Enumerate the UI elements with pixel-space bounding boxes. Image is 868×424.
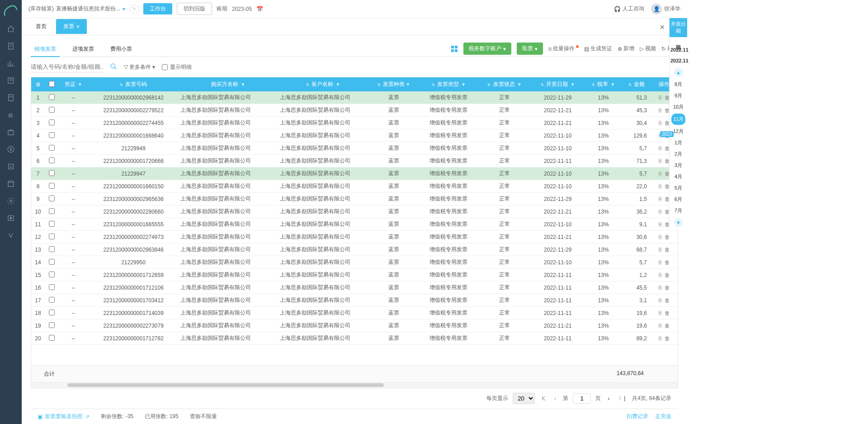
- subtab-purchase[interactable]: 进项发票: [69, 41, 98, 57]
- nav-doc-icon[interactable]: [0, 38, 22, 55]
- tab-invoice[interactable]: 发票 ×: [56, 19, 87, 34]
- prev-page-button[interactable]: ‹: [552, 395, 558, 402]
- edit-icon[interactable]: ⎘: [659, 171, 662, 177]
- edit-icon[interactable]: ⎘: [659, 247, 662, 253]
- table-row[interactable]: 8--22312000000001660150上海思多励国际贸易有限公司上海思多…: [31, 180, 678, 193]
- edit-icon[interactable]: ⎘: [659, 145, 662, 152]
- table-row[interactable]: 10--22312000000002280660上海思多励国际贸易有限公司上海思…: [31, 205, 678, 218]
- month-6月[interactable]: 6月: [670, 194, 687, 205]
- subtab-sales[interactable]: 销项发票: [31, 41, 60, 57]
- year-start[interactable]: 2022.11: [670, 44, 687, 55]
- subtab-expense[interactable]: 费用小票: [107, 41, 136, 57]
- table-row[interactable]: 19--22312000000002273079上海思多励国际贸易有限公司上海思…: [31, 319, 678, 332]
- scroll-up-icon[interactable]: ▲: [674, 68, 683, 77]
- cell-check[interactable]: [45, 294, 58, 307]
- table-row[interactable]: 16--22312000000001712106上海思多励国际贸易有限公司上海思…: [31, 281, 678, 294]
- tax-account-button[interactable]: 税务数字账户 ▾: [463, 43, 511, 55]
- filter-icon[interactable]: ▼: [610, 82, 615, 87]
- sort-icon[interactable]: ⇅: [432, 83, 435, 87]
- batch-button[interactable]: ⎚批量操作: [548, 45, 579, 52]
- cell-check[interactable]: [45, 205, 58, 218]
- table-row[interactable]: 9--22312000000002965636上海思多励国际贸易有限公司上海思多…: [31, 193, 678, 205]
- last-page-button[interactable]: 〉|: [616, 395, 627, 402]
- note-icon[interactable]: ✎: [130, 5, 139, 14]
- edit-icon[interactable]: ⎘: [659, 272, 662, 278]
- cell-check[interactable]: [45, 319, 58, 332]
- cell-check[interactable]: [45, 231, 58, 243]
- page-input[interactable]: [573, 393, 591, 404]
- filter-icon[interactable]: ▼: [406, 82, 410, 87]
- table-row[interactable]: 1--22312000000002968142上海思多励国际贸易有限公司上海思多…: [31, 91, 678, 104]
- cell-check[interactable]: [45, 142, 58, 155]
- table-row[interactable]: 13--22312000000002963846上海思多励国际贸易有限公司上海思…: [31, 243, 678, 256]
- cell-check[interactable]: [45, 307, 58, 319]
- table-row[interactable]: 6--22312000000001720666上海思多励国际贸易有限公司上海思多…: [31, 155, 678, 167]
- col-settings[interactable]: ⚙: [31, 77, 45, 91]
- cell-check[interactable]: [45, 129, 58, 142]
- cell-check[interactable]: [45, 243, 58, 256]
- first-page-button[interactable]: K: [539, 395, 547, 402]
- verify-link[interactable]: ▣ 发票查验及拍照 ↗: [38, 413, 90, 420]
- more-conditions[interactable]: ▽ 更多条件 ▾: [124, 63, 155, 71]
- table-row[interactable]: 11--22312000000001665555上海思多励国际贸易有限公司上海思…: [31, 218, 678, 231]
- cell-check[interactable]: [45, 104, 58, 117]
- table-row[interactable]: 2--22312000000002279522上海思多励国际贸易有限公司上海思多…: [31, 104, 678, 117]
- edit-icon[interactable]: ⎘: [659, 107, 662, 114]
- delete-icon[interactable]: 🗑: [665, 247, 670, 253]
- panel-close-icon[interactable]: ×: [660, 23, 665, 32]
- cell-check[interactable]: [45, 256, 58, 269]
- table-row[interactable]: 14--21229950上海思多励国际贸易有限公司上海思多励国际贸易有限公司蓝票…: [31, 256, 678, 269]
- month-8月[interactable]: 8月: [670, 79, 687, 90]
- delete-icon[interactable]: 🗑: [665, 285, 670, 291]
- nav-money-icon[interactable]: [0, 141, 22, 158]
- show-detail-checkbox[interactable]: 显示明细: [162, 63, 192, 71]
- cell-check[interactable]: [45, 269, 58, 281]
- deduct-record-link[interactable]: 扣费记录: [627, 413, 648, 420]
- per-page-select[interactable]: 20: [513, 393, 535, 404]
- month-7月[interactable]: 7月: [670, 205, 687, 216]
- sort-icon[interactable]: ⇅: [306, 83, 309, 87]
- nav-play-icon[interactable]: [0, 210, 22, 227]
- filter-icon[interactable]: ▼: [571, 82, 575, 87]
- edit-icon[interactable]: ⎘: [659, 120, 662, 126]
- scrollbar-thumb[interactable]: [67, 383, 384, 387]
- switch-old-button[interactable]: 切到旧版: [177, 3, 212, 15]
- month-10月[interactable]: 10月: [670, 101, 687, 113]
- col-amount[interactable]: ⇅ 金额: [623, 77, 651, 91]
- consult-link[interactable]: 🎧 人工咨询: [614, 5, 644, 13]
- month-2月[interactable]: 2月: [670, 148, 687, 160]
- month-5月[interactable]: 5月: [670, 182, 687, 194]
- edit-icon[interactable]: ⎘: [659, 310, 662, 316]
- col-customer[interactable]: ⇅ 客户名称 ▼: [278, 77, 368, 91]
- cell-check[interactable]: [45, 117, 58, 129]
- recharge-link[interactable]: 去充值: [655, 413, 671, 420]
- edit-icon[interactable]: ⎘: [659, 221, 662, 228]
- col-rate[interactable]: ⇅ 税率 ▼: [585, 77, 623, 91]
- video-button[interactable]: ▷视频: [640, 45, 656, 52]
- nav-book-icon[interactable]: [0, 72, 22, 89]
- table-row[interactable]: 7--21229947上海思多励国际贸易有限公司上海思多励国际贸易有限公司蓝票增…: [31, 167, 678, 180]
- edit-icon[interactable]: ⎘: [659, 335, 662, 342]
- col-invoice-no[interactable]: ⇅ 发票号码: [89, 77, 179, 91]
- filter-icon[interactable]: ▼: [78, 82, 82, 87]
- sort-icon[interactable]: ⇅: [541, 83, 544, 87]
- grid-view-icon[interactable]: [451, 45, 458, 52]
- edit-icon[interactable]: ⎘: [659, 285, 662, 291]
- col-type[interactable]: ⇅ 发票类型 ▼: [420, 77, 478, 91]
- table-row[interactable]: 4--22312000000001668640上海思多励国际贸易有限公司上海思多…: [31, 129, 678, 142]
- nav-transfer-icon[interactable]: [0, 158, 22, 175]
- cell-check[interactable]: [45, 167, 58, 180]
- col-checkbox[interactable]: [45, 77, 58, 91]
- month-1月[interactable]: 1月: [670, 137, 687, 148]
- filter-icon[interactable]: ▼: [336, 82, 340, 87]
- cell-check[interactable]: [45, 180, 58, 193]
- nav-chart-icon[interactable]: [0, 55, 22, 72]
- get-invoice-button[interactable]: 取票 ▾: [517, 43, 543, 55]
- tab-home[interactable]: 首页: [28, 19, 54, 34]
- filter-icon[interactable]: ▼: [241, 82, 245, 87]
- cell-check[interactable]: [45, 193, 58, 205]
- cell-check[interactable]: [45, 332, 58, 345]
- edit-icon[interactable]: ⎘: [659, 297, 662, 304]
- delete-icon[interactable]: 🗑: [665, 310, 670, 316]
- sort-icon[interactable]: ⇅: [592, 83, 595, 87]
